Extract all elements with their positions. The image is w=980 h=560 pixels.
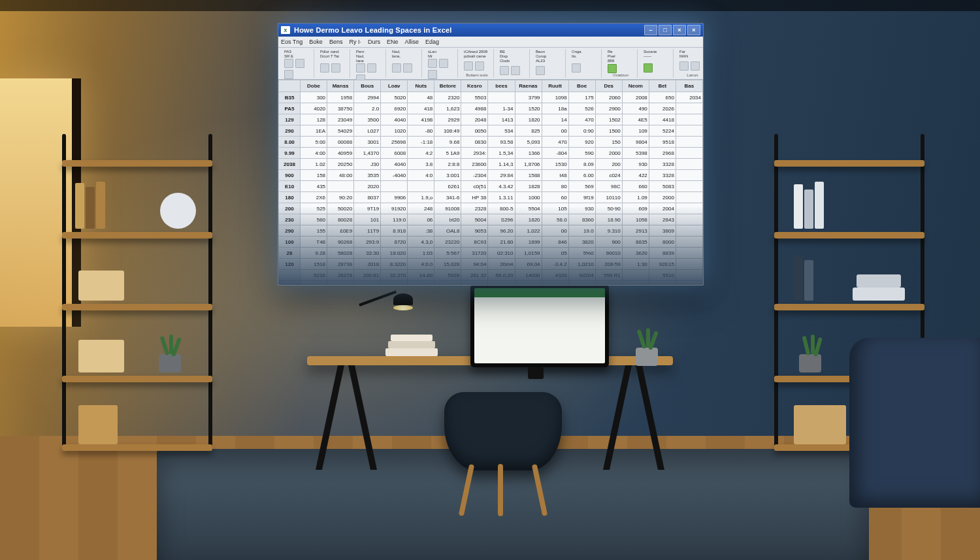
data-cell[interactable]: 1820 xyxy=(515,214,542,225)
data-cell[interactable]: 1502 xyxy=(595,114,622,125)
column-header[interactable]: Kesro xyxy=(461,80,488,92)
ribbon-group[interactable]: Onga Its. xyxy=(568,49,602,78)
ribbon-button-icon[interactable] xyxy=(536,66,545,75)
data-cell[interactable]: 2.0 xyxy=(354,103,381,114)
ribbon-button-icon[interactable] xyxy=(608,64,617,73)
data-cell[interactable]: 23220 xyxy=(434,237,461,248)
data-cell[interactable]: 1,8706 xyxy=(515,159,542,170)
data-cell[interactable]: 3001 xyxy=(354,137,381,148)
data-cell[interactable]: 3.8 xyxy=(408,159,434,170)
row-header-cell[interactable]: 9.99 xyxy=(279,148,301,159)
data-cell[interactable]: 3820 xyxy=(568,237,595,248)
data-cell[interactable]: bt20 xyxy=(434,214,461,225)
data-cell[interactable]: 9f19 xyxy=(568,192,595,203)
spreadsheet-area[interactable]: DobeManssBousLoavNutsBetoreKesrobeesRaen… xyxy=(278,80,703,285)
data-cell[interactable]: 4:2 xyxy=(408,148,434,159)
data-cell[interactable]: J30 xyxy=(354,159,381,170)
data-cell[interactable]: 1820 xyxy=(515,114,542,125)
data-cell[interactable]: 2018 xyxy=(354,259,381,270)
data-cell[interactable]: 00088 xyxy=(327,137,354,148)
data-cell[interactable]: 60 xyxy=(542,192,568,203)
data-cell[interactable]: 5 1A9 xyxy=(434,148,461,159)
data-cell[interactable]: 101 xyxy=(354,214,381,225)
data-cell[interactable]: 18:273 xyxy=(327,281,354,286)
data-cell[interactable]: 23600 xyxy=(461,159,488,170)
data-cell[interactable]: L027 xyxy=(354,125,381,137)
data-cell[interactable]: 1530 xyxy=(542,159,568,170)
data-cell[interactable]: 4988 xyxy=(461,103,488,114)
data-cell[interactable]: 9:23 xyxy=(568,281,595,286)
data-cell[interactable]: 3620 xyxy=(622,248,649,259)
data-cell[interactable]: 90268 xyxy=(327,237,354,248)
data-cell[interactable]: 9.310 xyxy=(595,225,622,237)
data-cell[interactable]: 660 xyxy=(622,181,649,192)
ribbon-button-icon[interactable] xyxy=(428,70,437,79)
data-cell[interactable]: 21.80 xyxy=(488,237,515,248)
data-cell[interactable] xyxy=(676,148,702,159)
data-cell[interactable]: 18:020 xyxy=(381,248,408,259)
ribbon-group[interactable]: Re Pxel 888Ovattzon xyxy=(604,49,638,78)
data-cell[interactable]: 0:90 xyxy=(568,125,595,137)
ribbon-toolbar[interactable]: PA3 SR EGeopucte RePdlor cand Dcort T Ta… xyxy=(278,48,703,80)
row-header-cell[interactable]: 100 xyxy=(279,237,301,248)
row-header-cell[interactable]: B35 xyxy=(279,92,301,103)
data-cell[interactable] xyxy=(595,281,622,286)
ribbon-button-icon[interactable] xyxy=(331,63,340,73)
data-cell[interactable]: 90:20 xyxy=(327,192,354,203)
data-cell[interactable] xyxy=(676,125,702,137)
data-cell[interactable]: 28278 xyxy=(327,270,354,281)
data-cell[interactable]: 38750 xyxy=(327,103,354,114)
data-cell[interactable]: 490 xyxy=(622,103,649,114)
data-cell[interactable]: 5504 xyxy=(515,203,542,214)
ribbon-button-icon[interactable] xyxy=(439,59,448,68)
data-cell[interactable]: 1EA xyxy=(301,125,327,137)
menu-item[interactable]: Allise xyxy=(404,39,419,45)
data-cell[interactable]: 2034 xyxy=(676,92,702,103)
column-header[interactable]: Betore xyxy=(434,80,461,92)
row-header-cell[interactable]: 900 xyxy=(279,170,301,181)
menu-item[interactable]: Ry I· xyxy=(349,39,361,45)
data-cell[interactable] xyxy=(676,259,702,270)
data-cell[interactable]: 569 xyxy=(568,181,595,192)
data-cell[interactable]: HP 38 xyxy=(461,192,488,203)
data-cell[interactable]: 526 xyxy=(568,103,595,114)
data-cell[interactable]: 90010 xyxy=(595,248,622,259)
table-row[interactable]: E1043520206261c0(514.3.4218288056998C660… xyxy=(279,181,703,192)
data-cell[interactable]: 5004 xyxy=(461,214,488,225)
data-cell[interactable]: 8C93 xyxy=(461,237,488,248)
data-cell[interactable]: 155 xyxy=(301,225,327,237)
data-cell[interactable]: 525 xyxy=(301,203,327,214)
data-cell[interactable]: 609 xyxy=(622,203,649,214)
ribbon-group[interactable]: sLan Mr xyxy=(425,49,458,78)
data-cell[interactable]: 1.3.11 xyxy=(488,192,515,203)
data-cell[interactable]: 1518 xyxy=(301,259,327,270)
close-button-2[interactable]: × xyxy=(687,25,700,35)
ribbon-group[interactable]: Beon Corop AL23 xyxy=(532,49,566,78)
data-cell[interactable]: 92204 xyxy=(568,270,595,281)
data-cell[interactable]: 8835 xyxy=(622,237,649,248)
data-cell[interactable]: -1:18 xyxy=(408,137,434,148)
ribbon-group[interactable]: Pdlor cand Dcort T Tat xyxy=(317,49,350,78)
data-cell[interactable] xyxy=(676,103,702,114)
data-cell[interactable]: 208·59 xyxy=(595,259,622,270)
data-cell[interactable]: 58.0 xyxy=(542,214,568,225)
table-row[interactable]: 100T4890268293:987204.3,0232208C9321.801… xyxy=(279,237,703,248)
data-cell[interactable]: 300 xyxy=(301,92,327,103)
row-header-cell[interactable]: 120 xyxy=(279,259,301,270)
data-cell[interactable]: 4418 xyxy=(649,114,676,125)
data-cell[interactable]: 3809 xyxy=(649,225,676,237)
table-row[interactable]: PA54020387502.069204181,62349881-3415201… xyxy=(279,103,703,114)
table-row[interactable]: 200525500209T1991920248910082328800-5550… xyxy=(279,203,703,214)
data-cell[interactable] xyxy=(676,203,702,214)
row-header-cell[interactable]: 230 xyxy=(279,214,301,225)
excel-window[interactable]: X Howe Dermo Leavo Leading Spaces in Exc… xyxy=(278,23,704,286)
data-cell[interactable]: 33:30 xyxy=(354,248,381,259)
data-cell[interactable]: 2934: xyxy=(461,148,488,159)
data-cell[interactable]: 2004 xyxy=(649,203,676,214)
ribbon-button-icon[interactable] xyxy=(284,70,293,79)
data-cell[interactable]: 1.02 xyxy=(301,159,327,170)
data-cell[interactable]: 900 xyxy=(595,237,622,248)
menu-item[interactable]: Durs xyxy=(368,39,380,45)
data-cell[interactable]: 048 xyxy=(408,281,434,286)
table-row[interactable]: 20381.0220250J3040403.82:8:8236001.14,31… xyxy=(279,159,703,170)
